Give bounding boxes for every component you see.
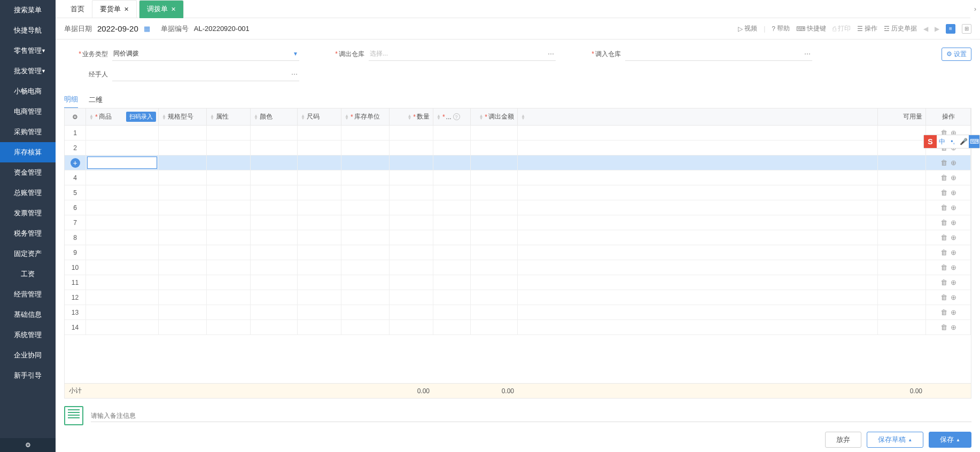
table-row[interactable]: +🗑⊕ xyxy=(65,155,971,170)
insert-row-icon[interactable]: ⊕ xyxy=(951,293,956,301)
settings-button[interactable]: ⚙ 设置 xyxy=(942,48,971,61)
subtab-matrix[interactable]: 二维 xyxy=(89,92,103,108)
history-action[interactable]: ☲历史单据 xyxy=(884,24,917,33)
insert-row-icon[interactable]: ⊕ xyxy=(951,233,956,241)
video-action[interactable]: ▷视频 xyxy=(738,24,757,33)
delete-row-icon[interactable]: 🗑 xyxy=(940,219,947,227)
ime-widget[interactable]: S 中 •, 🎤 ⌨ xyxy=(923,135,980,149)
sidebar-item-4[interactable]: 小畅电商 xyxy=(0,81,56,102)
sidebar-item-1[interactable]: 快捷导航 xyxy=(0,20,56,41)
help-icon[interactable]: ? xyxy=(453,113,460,120)
table-row[interactable]: 4🗑⊕ xyxy=(65,170,971,185)
sidebar-settings[interactable]: ⚙ xyxy=(0,438,56,452)
th-amount[interactable]: ▲▼*调出金额 xyxy=(471,108,518,125)
delete-row-icon[interactable]: 🗑 xyxy=(940,204,947,212)
sidebar-item-16[interactable]: 系统管理 xyxy=(0,325,56,345)
sidebar-item-15[interactable]: 基础信息 xyxy=(0,305,56,325)
table-row[interactable]: 14🗑⊕ xyxy=(65,320,971,335)
delete-row-icon[interactable]: 🗑 xyxy=(940,263,947,271)
th-spec[interactable]: ▲▼规格型号 xyxy=(159,108,207,125)
table-row[interactable]: 9🗑⊕ xyxy=(65,245,971,260)
table-row[interactable]: 6🗑⊕ xyxy=(65,200,971,215)
delete-row-icon[interactable]: 🗑 xyxy=(940,189,947,197)
insert-row-icon[interactable]: ⊕ xyxy=(951,204,956,212)
sidebar-item-18[interactable]: 新手引导 xyxy=(0,365,56,386)
th-avail[interactable]: 可用量 xyxy=(878,108,926,125)
delete-row-icon[interactable]: 🗑 xyxy=(940,293,947,301)
sidebar-item-11[interactable]: 税务管理 xyxy=(0,223,56,244)
th-qty[interactable]: ▲▼*数量 xyxy=(390,108,433,125)
table-row[interactable]: 1🗑⊕ xyxy=(65,126,971,141)
operate-action[interactable]: ☰操作 xyxy=(857,24,877,33)
save-button[interactable]: 保存▲ xyxy=(929,432,971,448)
sidebar-item-14[interactable]: 经营管理 xyxy=(0,284,56,305)
sidebar-item-10[interactable]: 发票管理 xyxy=(0,203,56,223)
insert-row-icon[interactable]: ⊕ xyxy=(951,174,956,182)
delete-row-icon[interactable]: 🗑 xyxy=(940,233,947,241)
insert-row-icon[interactable]: ⊕ xyxy=(951,159,956,167)
more-icon[interactable]: ⋯ xyxy=(291,71,298,78)
sidebar-item-3[interactable]: 批发管理▼ xyxy=(0,61,56,81)
help-action[interactable]: ?帮助 xyxy=(772,24,790,33)
ime-mic-icon[interactable]: 🎤 xyxy=(958,135,969,148)
sidebar-item-0[interactable]: 搜索菜单 xyxy=(0,0,56,20)
scan-input-button[interactable]: 扫码录入 xyxy=(126,112,156,122)
delete-row-icon[interactable]: 🗑 xyxy=(940,159,947,167)
tabs-scroll-right-icon[interactable]: › xyxy=(970,0,980,18)
insert-row-icon[interactable]: ⊕ xyxy=(951,189,956,197)
sidebar-item-2[interactable]: 零售管理▼ xyxy=(0,41,56,61)
ime-punct-icon[interactable]: •, xyxy=(947,135,958,148)
sidebar-item-5[interactable]: 电商管理 xyxy=(0,102,56,122)
insert-row-icon[interactable]: ⊕ xyxy=(951,219,956,227)
print-action[interactable]: ⎙打印 xyxy=(833,24,851,33)
close-icon[interactable]: ✕ xyxy=(124,6,129,13)
table-row[interactable]: 2🗑⊕ xyxy=(65,141,971,155)
insert-row-icon[interactable]: ⊕ xyxy=(951,248,956,256)
view-list-icon[interactable]: ≡ xyxy=(946,24,955,34)
doc-date-value[interactable]: 2022-09-20 xyxy=(97,24,138,33)
th-color[interactable]: ▲▼颜色 xyxy=(251,108,298,125)
next-doc[interactable]: ▶ xyxy=(935,25,939,33)
tab-2[interactable]: 调拨单✕ xyxy=(139,0,184,18)
sidebar-item-8[interactable]: 资金管理 xyxy=(0,162,56,183)
sidebar-item-13[interactable]: 工资 xyxy=(0,264,56,284)
more-icon[interactable]: ⋯ xyxy=(804,50,811,58)
product-input[interactable] xyxy=(87,157,157,169)
table-row[interactable]: 12🗑⊕ xyxy=(65,290,971,305)
out-warehouse-select[interactable]: 选择... ⋯ xyxy=(369,47,556,61)
sidebar-item-12[interactable]: 固定资产 xyxy=(0,244,56,264)
sidebar-item-6[interactable]: 采购管理 xyxy=(0,122,56,142)
sidebar-item-9[interactable]: 总账管理 xyxy=(0,183,56,203)
tab-0[interactable]: 首页 xyxy=(63,0,92,18)
save-draft-button[interactable]: 保存草稿▲ xyxy=(867,432,923,448)
more-icon[interactable]: ⋯ xyxy=(548,50,555,58)
th-unit[interactable]: ▲▼*库存单位 xyxy=(341,108,390,125)
table-row[interactable]: 13🗑⊕ xyxy=(65,305,971,320)
in-warehouse-select[interactable]: ⋯ xyxy=(625,47,812,61)
calendar-icon[interactable]: ▦ xyxy=(144,25,150,33)
delete-row-icon[interactable]: 🗑 xyxy=(940,174,947,182)
delete-row-icon[interactable]: 🗑 xyxy=(940,323,947,331)
discard-button[interactable]: 放弃 xyxy=(825,432,861,448)
prev-doc[interactable]: ◀ xyxy=(923,25,928,33)
table-row[interactable]: 5🗑⊕ xyxy=(65,185,971,200)
biz-type-select[interactable]: 同价调拨 ▼ xyxy=(112,47,299,61)
ime-lang[interactable]: 中 xyxy=(937,135,947,148)
insert-row-icon[interactable]: ⊕ xyxy=(951,263,956,271)
th-product[interactable]: ▲▼*商品扫码录入 xyxy=(86,108,159,125)
close-icon[interactable]: ✕ xyxy=(171,6,176,13)
handler-select[interactable]: ⋯ xyxy=(112,67,299,81)
table-row[interactable]: 7🗑⊕ xyxy=(65,215,971,230)
insert-row-icon[interactable]: ⊕ xyxy=(951,308,956,316)
remark-input[interactable] xyxy=(91,410,971,422)
th-size[interactable]: ▲▼尺码 xyxy=(298,108,341,125)
sidebar-item-7[interactable]: 库存核算 xyxy=(0,142,56,162)
sidebar-item-17[interactable]: 企业协同 xyxy=(0,345,56,365)
add-row-button[interactable]: + xyxy=(71,158,80,168)
view-grid-icon[interactable]: ⊞ xyxy=(962,24,971,34)
table-row[interactable]: 10🗑⊕ xyxy=(65,260,971,275)
subtab-detail[interactable]: 明细 xyxy=(64,91,78,108)
th-more[interactable]: ▲▼*...? xyxy=(433,108,471,125)
ime-keyboard-icon[interactable]: ⌨ xyxy=(969,135,979,148)
tab-1[interactable]: 要货单✕ xyxy=(92,0,137,18)
